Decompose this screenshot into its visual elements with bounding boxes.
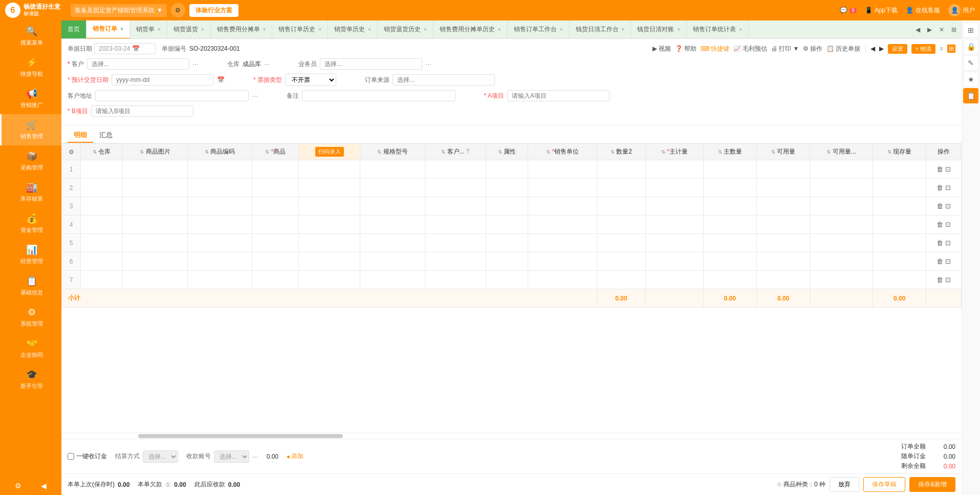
row-stock-2[interactable] — [873, 179, 926, 197]
tab-home[interactable]: 首页 — [61, 20, 86, 39]
row-warehouse-1[interactable] — [81, 160, 123, 179]
row-copy-icon-7[interactable]: ⊡ — [945, 276, 951, 284]
row-code-3[interactable] — [187, 197, 252, 216]
user-item[interactable]: 👤 用户 — [948, 4, 975, 16]
row-main-qty-2[interactable] — [703, 179, 756, 197]
right-panel-btn-3[interactable]: ✎ — [963, 55, 978, 71]
salesperson-input[interactable] — [320, 58, 422, 70]
detail-tab-detail[interactable]: 明细 — [68, 128, 93, 143]
row-image-1[interactable] — [123, 160, 188, 179]
sidebar-item-sales[interactable]: 🛒 销售管理 — [0, 114, 61, 145]
row-product-4[interactable] — [252, 216, 299, 234]
row-main-qty-7[interactable] — [703, 271, 756, 289]
row-delete-icon-3[interactable]: 🗑 — [937, 202, 943, 210]
app-download-item[interactable]: 📱 App下载 — [865, 6, 898, 15]
row-qty2-6[interactable] — [597, 252, 645, 271]
detail-tab-summary[interactable]: 汇总 — [93, 128, 119, 143]
customer-more-btn[interactable]: ··· — [192, 60, 199, 68]
row-avail-3[interactable] — [756, 197, 810, 216]
invoice-type-select[interactable]: 不开票 — [285, 74, 336, 86]
profit-btn[interactable]: 📈 毛利预估 — [733, 45, 767, 53]
tab-order-workbench[interactable]: 销售订单工作台 × — [508, 20, 570, 39]
sidebar-item-basic[interactable]: 📋 基础信息 — [0, 270, 61, 302]
row-copy-icon-4[interactable]: ⊡ — [945, 221, 951, 228]
row-avail2-4[interactable] — [810, 216, 873, 234]
tab-sales-stats-close[interactable]: × — [739, 27, 742, 32]
right-panel-btn-2[interactable]: 🔒 — [963, 39, 978, 54]
row-customer-7[interactable] — [425, 271, 486, 289]
row-avail2-5[interactable] — [810, 234, 873, 252]
row-main-qty-6[interactable] — [703, 252, 756, 271]
row-qty2-5[interactable] — [597, 234, 645, 252]
row-stock-3[interactable] — [873, 197, 926, 216]
row-attr-2[interactable] — [486, 179, 528, 197]
sidebar-item-marketing[interactable]: 📢 营销推广 — [0, 83, 61, 114]
sidebar-item-search[interactable]: 🔍 搜索菜单 — [0, 20, 61, 52]
row-attr-7[interactable] — [486, 271, 528, 289]
one-click-checkbox-input[interactable] — [68, 453, 74, 460]
row-code-7[interactable] — [187, 271, 252, 289]
save-new-btn[interactable]: 保存&新增 — [909, 477, 955, 492]
row-stock-5[interactable] — [873, 234, 926, 252]
row-scan-3[interactable] — [298, 197, 360, 216]
row-image-6[interactable] — [123, 252, 188, 271]
row-attr-1[interactable] — [486, 160, 528, 179]
row-delete-icon-6[interactable]: 🗑 — [937, 257, 943, 265]
row-qty2-4[interactable] — [597, 216, 645, 234]
tab-expense-split-close[interactable]: × — [263, 27, 266, 32]
row-qty2-7[interactable] — [597, 271, 645, 289]
row-unit-3[interactable] — [528, 197, 597, 216]
row-spec-4[interactable] — [360, 216, 425, 234]
row-avail-5[interactable] — [756, 234, 810, 252]
row-main-unit-5[interactable] — [645, 234, 703, 252]
row-stock-6[interactable] — [873, 252, 926, 271]
tab-cash-reconcile-close[interactable]: × — [677, 27, 680, 32]
row-scan-2[interactable] — [298, 179, 360, 197]
row-delete-icon-5[interactable]: 🗑 — [937, 239, 943, 247]
debt-note[interactable]: ① — [165, 481, 171, 488]
row-main-unit-6[interactable] — [645, 252, 703, 271]
row-avail-1[interactable] — [756, 160, 810, 179]
scan-input-btn[interactable]: 扫码录入 — [315, 147, 344, 157]
row-qty2-3[interactable] — [597, 197, 645, 216]
row-spec-1[interactable] — [360, 160, 425, 179]
sidebar-item-operations[interactable]: 📊 经营管理 — [0, 239, 61, 270]
row-copy-icon-2[interactable]: ⊡ — [945, 184, 951, 191]
operate-btn[interactable]: ⚙ 操作 — [803, 45, 822, 53]
row-image-5[interactable] — [123, 234, 188, 252]
row-warehouse-6[interactable] — [81, 252, 123, 271]
row-main-unit-1[interactable] — [645, 160, 703, 179]
add-payment-btn[interactable]: ● 添加 — [287, 452, 303, 461]
tab-next-btn[interactable]: ▶ — [924, 26, 935, 33]
row-main-unit-7[interactable] — [645, 271, 703, 289]
view-btn[interactable]: ▶ 视频 — [652, 45, 671, 53]
sidebar-item-purchase[interactable]: 📦 采购管理 — [0, 145, 61, 177]
tab-return-history[interactable]: 销货单历史 × — [328, 20, 378, 39]
settings-form-btn[interactable]: 设置 — [888, 44, 907, 54]
row-code-6[interactable] — [187, 252, 252, 271]
row-unit-2[interactable] — [528, 179, 597, 197]
next-record-icon[interactable]: ▶ — [879, 45, 884, 52]
row-main-qty-1[interactable] — [703, 160, 756, 179]
row-attr-6[interactable] — [486, 252, 528, 271]
row-code-1[interactable] — [187, 160, 252, 179]
row-scan-5[interactable] — [298, 234, 360, 252]
tab-sales-refund-close[interactable]: × — [201, 27, 204, 32]
row-scan-6[interactable] — [298, 252, 360, 271]
row-scan-7[interactable] — [298, 271, 360, 289]
row-product-6[interactable] — [252, 252, 299, 271]
row-main-unit-2[interactable] — [645, 179, 703, 197]
address-more-btn[interactable]: ··· — [252, 92, 258, 100]
row-warehouse-2[interactable] — [81, 179, 123, 197]
payment-method-select[interactable]: 选择... — [143, 450, 178, 463]
history-btn[interactable]: 📋 历史单据 — [826, 45, 860, 53]
row-main-qty-4[interactable] — [703, 216, 756, 234]
order-source-input[interactable] — [393, 74, 495, 85]
row-unit-4[interactable] — [528, 216, 597, 234]
tab-sales-refund[interactable]: 销货退货 × — [167, 20, 211, 39]
tab-cash-workbench-close[interactable]: × — [622, 27, 625, 32]
row-product-3[interactable] — [252, 197, 299, 216]
row-avail2-6[interactable] — [810, 252, 873, 271]
row-image-4[interactable] — [123, 216, 188, 234]
row-image-2[interactable] — [123, 179, 188, 197]
